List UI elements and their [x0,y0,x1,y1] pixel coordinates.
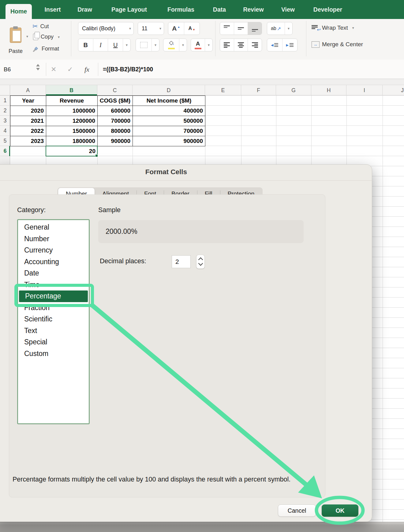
category-item-accounting[interactable]: Accounting [18,256,89,268]
category-item-currency[interactable]: Currency [18,245,89,256]
table-cell[interactable]: 2022 [10,126,46,136]
column-header-b[interactable]: B [46,85,97,96]
cancel-button[interactable]: Cancel [278,504,316,517]
select-all-corner[interactable] [0,85,10,96]
row-header-selection-bar [9,146,10,156]
row-header-3[interactable]: 3 [0,116,10,126]
table-cell[interactable]: 700000 [97,116,133,126]
category-item-special[interactable]: Special [18,336,89,348]
table-header-cell-cogs-m-[interactable]: COGS ($M) [97,96,133,106]
table-cell[interactable]: 700000 [133,126,205,136]
excel-window: HomeInsertDrawPage LayoutFormulasDataRev… [0,0,404,532]
table-cell[interactable]: 800000 [97,126,133,136]
table-cell[interactable]: 900000 [133,136,205,146]
dialog-title-divider [0,180,372,181]
category-item-percentage[interactable]: Percentage [19,290,88,302]
dialog-title: Format Cells [105,168,227,176]
table-cell[interactable]: 1000000 [46,106,98,116]
row-header-2[interactable]: 2 [0,106,10,116]
row-header-6[interactable]: 6 [0,146,10,156]
table-cell[interactable]: 1500000 [46,126,98,136]
column-header-j[interactable]: J [383,85,404,96]
column-header-e[interactable]: E [205,85,241,96]
formula-bar-gap [0,79,404,85]
decimal-places-input[interactable]: 2 [172,255,191,268]
row-header-4[interactable]: 4 [0,126,10,136]
category-item-text[interactable]: Text [18,325,89,337]
gridline-vertical [383,96,383,522]
table-cell[interactable]: 500000 [133,116,205,126]
stepper-down-icon [198,261,203,266]
column-header-c[interactable]: C [97,85,133,96]
category-item-custom[interactable]: Custom [18,348,89,360]
format-description: Percentage formats multiply the cell val… [13,474,320,485]
column-header-g[interactable]: G [276,85,311,96]
category-item-scientific[interactable]: Scientific [18,313,89,325]
column-header-d[interactable]: D [133,85,205,96]
decimal-places-label: Decimal places: [100,257,146,265]
table-cell[interactable]: 2021 [10,116,46,126]
sample-value: 2000.00% [106,227,137,236]
column-header-i[interactable]: I [346,85,383,96]
table-header-cell-net-income-m-[interactable]: Net Income ($M) [133,96,205,106]
table-cell[interactable]: 2023 [10,136,46,146]
table-cell[interactable]: 600000 [97,106,133,116]
decimal-places-stepper[interactable] [196,255,205,269]
active-cell-selection-border[interactable] [46,146,98,156]
category-item-time[interactable]: Time [18,279,89,291]
ok-button[interactable]: OK [322,504,358,517]
table-header-cell-year[interactable]: Year [10,96,46,106]
fill-handle[interactable] [95,154,98,157]
row-header-1[interactable]: 1 [0,96,10,106]
category-item-fraction[interactable]: Fraction [18,302,89,314]
category-item-date[interactable]: Date [18,268,89,279]
table-cell[interactable]: 900000 [97,136,133,146]
sample-label: Sample [98,206,121,214]
category-label: Category: [17,206,46,214]
column-header-h[interactable]: H [311,85,346,96]
window-bottom-strip [0,522,404,532]
category-item-number[interactable]: Number [18,233,89,245]
category-item-general[interactable]: General [18,222,89,233]
table-header-cell-revenue[interactable]: Revenue [46,96,98,106]
row-header-5[interactable]: 5 [0,136,10,146]
table-cell[interactable]: 1200000 [46,116,98,126]
table-cell[interactable]: 1800000 [46,136,98,146]
category-list[interactable]: GeneralNumberCurrencyAccountingDateTimeP… [17,219,90,424]
column-header-a[interactable]: A [10,85,46,96]
column-header-f[interactable]: F [241,85,276,96]
table-cell[interactable]: 2020 [10,106,46,116]
table-cell[interactable]: 400000 [133,106,205,116]
format-cells-dialog: Format Cells NumberAlignmentFontBorderFi… [0,164,372,522]
sample-value-box: 2000.00% [98,220,304,243]
